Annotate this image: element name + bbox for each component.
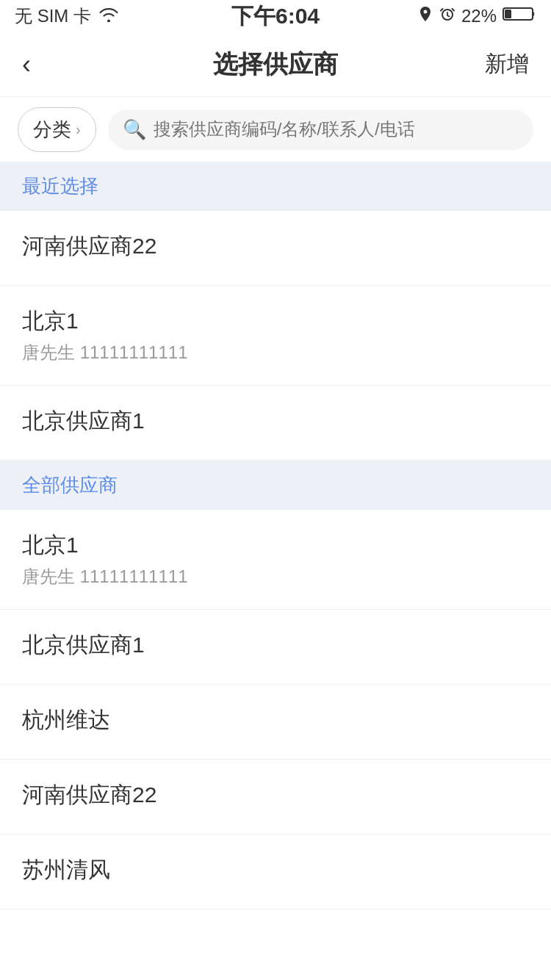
all-list: 北京1唐先生 11111111111北京供应商1杭州维达河南供应商22苏州清风 xyxy=(0,510,551,909)
item-name: 北京1 xyxy=(22,306,529,336)
all-section-label: 全部供应商 xyxy=(22,474,118,496)
carrier-text: 无 SIM 卡 xyxy=(15,4,91,28)
status-time: 下午6:04 xyxy=(231,1,320,32)
list-item[interactable]: 河南供应商22 xyxy=(0,760,551,835)
battery-icon xyxy=(503,6,536,26)
all-section-header: 全部供应商 xyxy=(0,461,551,510)
status-right: 22% xyxy=(417,6,536,26)
item-name: 河南供应商22 xyxy=(22,780,529,810)
page-title: 选择供应商 xyxy=(213,48,338,82)
list-item[interactable]: 北京1唐先生 11111111111 xyxy=(0,510,551,610)
item-name: 北京1 xyxy=(22,530,529,561)
list-item[interactable]: 北京1唐先生 11111111111 xyxy=(0,286,551,386)
list-item[interactable]: 河南供应商22 xyxy=(0,211,551,286)
nav-bar: ‹ 选择供应商 新增 xyxy=(0,32,551,97)
search-icon: 🔍 xyxy=(123,118,146,141)
recent-section-label: 最近选择 xyxy=(22,175,98,197)
item-name: 苏州清风 xyxy=(22,855,529,885)
category-button[interactable]: 分类 › xyxy=(18,107,96,152)
item-sub: 唐先生 11111111111 xyxy=(22,565,529,588)
item-name: 北京供应商1 xyxy=(22,630,529,660)
recent-list: 河南供应商22北京1唐先生 11111111111北京供应商1 xyxy=(0,211,551,461)
search-input[interactable] xyxy=(154,119,519,140)
alarm-icon xyxy=(439,6,455,26)
recent-section-header: 最近选择 xyxy=(0,162,551,211)
location-icon xyxy=(417,6,433,26)
search-bar[interactable]: 🔍 xyxy=(108,109,533,150)
category-label: 分类 xyxy=(33,117,71,143)
svg-rect-2 xyxy=(505,10,511,18)
battery-text: 22% xyxy=(461,6,497,26)
back-button[interactable]: ‹ xyxy=(22,49,66,80)
item-sub: 唐先生 11111111111 xyxy=(22,341,529,364)
status-left: 无 SIM 卡 xyxy=(15,4,119,28)
list-item[interactable]: 苏州清风 xyxy=(0,835,551,909)
chevron-right-icon: › xyxy=(76,121,81,138)
item-name: 杭州维达 xyxy=(22,705,529,735)
add-button[interactable]: 新增 xyxy=(485,49,529,79)
filter-bar: 分类 › 🔍 xyxy=(0,97,551,162)
list-item[interactable]: 杭州维达 xyxy=(0,685,551,760)
status-bar: 无 SIM 卡 下午6:04 22% xyxy=(0,0,551,32)
wifi-icon xyxy=(98,6,119,26)
item-name: 河南供应商22 xyxy=(22,231,529,262)
list-item[interactable]: 北京供应商1 xyxy=(0,386,551,461)
list-item[interactable]: 北京供应商1 xyxy=(0,610,551,685)
item-name: 北京供应商1 xyxy=(22,406,529,436)
